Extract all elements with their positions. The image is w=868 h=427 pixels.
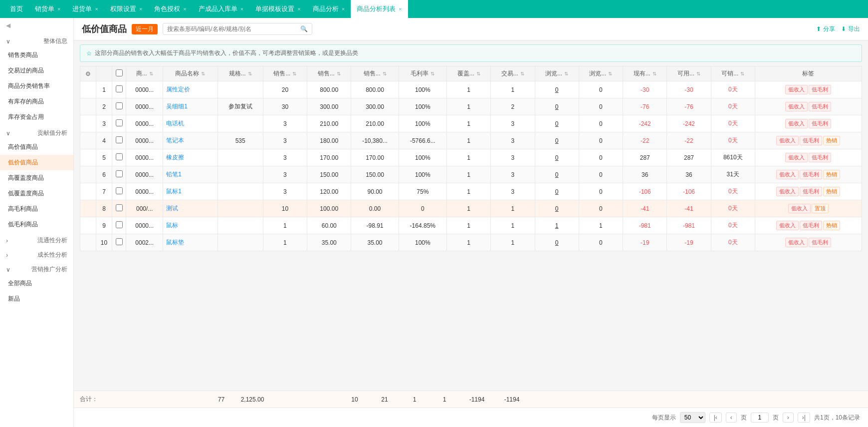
views1-link[interactable]: 0 <box>555 137 559 144</box>
row-checkbox[interactable] <box>116 85 123 92</box>
th-coverage[interactable]: 覆盖...⇅ <box>446 66 490 81</box>
cell-views1[interactable]: 0 <box>535 98 579 115</box>
row-checkbox[interactable] <box>116 221 123 228</box>
cell-views1[interactable]: 0 <box>535 115 579 132</box>
cell-views1[interactable]: 0 <box>535 166 579 183</box>
close-icon[interactable]: × <box>57 6 60 12</box>
sidebar-item-商品分类销售率[interactable]: 商品分类销售率 <box>0 78 73 94</box>
share-button[interactable]: ⬆ 分享 <box>816 25 835 33</box>
th-code[interactable]: 商...⇅ <box>126 66 163 81</box>
sidebar-item-高毛利商品[interactable]: 高毛利商品 <box>0 201 73 217</box>
th-sales-amount[interactable]: 销售...⇅ <box>307 66 351 81</box>
last-page-button[interactable]: ›| <box>798 413 810 423</box>
sidebar-group-整体信息[interactable]: ∨整体信息 <box>0 33 73 47</box>
row-checkbox[interactable] <box>116 170 123 177</box>
cell-name[interactable]: 铅笔1 <box>163 166 217 183</box>
nav-item-商品分析列表[interactable]: 商品分析列表× <box>351 0 408 18</box>
prev-page-button[interactable]: ‹ <box>726 413 737 423</box>
views1-link[interactable]: 0 <box>555 154 559 161</box>
first-page-button[interactable]: |‹ <box>709 413 722 423</box>
sidebar-group-成长性分析[interactable]: ›成长性分析 <box>0 247 73 261</box>
sidebar-group-流通性分析[interactable]: ›流通性分析 <box>0 232 73 247</box>
views1-link[interactable]: 0 <box>555 86 559 93</box>
row-checkbox[interactable] <box>116 153 123 160</box>
row-checkbox[interactable] <box>116 187 123 194</box>
nav-item-权限设置[interactable]: 权限设置× <box>104 0 148 18</box>
search-input[interactable] <box>167 25 298 32</box>
cell-name[interactable]: 鼠标垫 <box>163 234 217 251</box>
close-icon[interactable]: × <box>297 6 300 12</box>
nav-item-商品分析[interactable]: 商品分析× <box>307 0 351 18</box>
select-all-checkbox[interactable] <box>116 69 123 76</box>
sidebar-group-营销推广分析[interactable]: ∨营销推广分析 <box>0 261 73 276</box>
cell-views1[interactable]: 0 <box>535 200 579 217</box>
sidebar-item-低覆盖度商品[interactable]: 低覆盖度商品 <box>0 186 73 201</box>
th-sales-qty[interactable]: 销售...⇅ <box>263 66 307 81</box>
sidebar-group-贡献值分析[interactable]: ∨贡献值分析 <box>0 125 73 139</box>
sidebar-item-低价值商品[interactable]: 低价值商品 <box>0 155 73 170</box>
cell-views1[interactable]: 0 <box>535 183 579 200</box>
th-available-stock[interactable]: 可用...⇅ <box>667 66 711 81</box>
next-page-button[interactable]: › <box>783 413 794 423</box>
th-sales-avg[interactable]: 销售...⇅ <box>351 66 399 81</box>
cell-views1[interactable]: 0 <box>535 81 579 98</box>
sidebar-toggle[interactable]: ◀ <box>0 18 73 33</box>
th-settings[interactable]: ⚙ <box>80 66 96 81</box>
sidebar-item-全部商品[interactable]: 全部商品 <box>0 276 73 291</box>
filter-tag[interactable]: 近一月 <box>132 24 158 34</box>
close-icon[interactable]: × <box>139 6 142 12</box>
cell-views1[interactable]: 1 <box>535 217 579 234</box>
sidebar-item-有库存的商品[interactable]: 有库存的商品 <box>0 94 73 109</box>
sidebar-item-销售类商品[interactable]: 销售类商品 <box>0 47 73 63</box>
cell-name[interactable]: 电话机 <box>163 115 217 132</box>
th-current-stock[interactable]: 现有...⇅ <box>623 66 667 81</box>
sidebar-item-库存资金占用[interactable]: 库存资金占用 <box>0 109 73 125</box>
row-checkbox[interactable] <box>116 102 123 109</box>
per-page-select[interactable]: 50 100 <box>680 412 705 423</box>
nav-item-角色授权[interactable]: 角色授权× <box>148 0 192 18</box>
th-name[interactable]: 商品名称⇅ <box>163 66 217 81</box>
views1-link[interactable]: 0 <box>555 103 559 110</box>
sidebar-item-高覆盖度商品[interactable]: 高覆盖度商品 <box>0 170 73 186</box>
close-icon[interactable]: × <box>399 6 402 12</box>
cell-name[interactable]: 测试 <box>163 200 217 217</box>
sidebar-item-高价值商品[interactable]: 高价值商品 <box>0 139 73 155</box>
close-icon[interactable]: × <box>240 6 243 12</box>
th-sellable-stock[interactable]: 可销...⇅ <box>711 66 755 81</box>
close-icon[interactable]: × <box>95 6 98 12</box>
views1-link[interactable]: 1 <box>555 222 559 229</box>
cell-name[interactable]: 橡皮擦 <box>163 149 217 166</box>
page-input[interactable] <box>751 413 769 423</box>
th-spec[interactable]: 规格...⇅ <box>217 66 263 81</box>
nav-item-销货单[interactable]: 销货单× <box>29 0 66 18</box>
th-gross-rate[interactable]: 毛利率⇅ <box>399 66 446 81</box>
th-views2[interactable]: 浏览...⇅ <box>579 66 623 81</box>
nav-item-首页[interactable]: 首页 <box>4 0 29 18</box>
nav-item-进货单[interactable]: 进货单× <box>66 0 104 18</box>
settings-icon[interactable]: ⚙ <box>85 70 91 77</box>
sidebar-item-交易过的商品[interactable]: 交易过的商品 <box>0 63 73 78</box>
row-checkbox[interactable] <box>116 119 123 126</box>
row-checkbox[interactable] <box>116 204 123 211</box>
cell-name[interactable]: 鼠标 <box>163 217 217 234</box>
nav-item-单据模板设置[interactable]: 单据模板设置× <box>249 0 306 18</box>
cell-name[interactable]: 笔记本 <box>163 132 217 149</box>
views1-link[interactable]: 0 <box>555 239 559 246</box>
views1-link[interactable]: 0 <box>555 171 559 178</box>
cell-name[interactable]: 属性定价 <box>163 81 217 98</box>
search-icon[interactable]: 🔍 <box>300 25 308 32</box>
views1-link[interactable]: 0 <box>555 188 559 195</box>
cell-views1[interactable]: 0 <box>535 132 579 149</box>
export-button[interactable]: ⬇ 导出 <box>841 25 860 33</box>
views1-link[interactable]: 0 <box>555 205 559 212</box>
close-icon[interactable]: × <box>183 6 186 12</box>
sidebar-item-低毛利商品[interactable]: 低毛利商品 <box>0 217 73 232</box>
views1-link[interactable]: 0 <box>555 120 559 127</box>
cell-name[interactable]: 鼠标1 <box>163 183 217 200</box>
cell-name[interactable]: 吴细细1 <box>163 98 217 115</box>
nav-item-产成品入库单[interactable]: 产成品入库单× <box>193 0 249 18</box>
th-views1[interactable]: 浏览...⇅ <box>535 66 579 81</box>
row-checkbox[interactable] <box>116 238 123 245</box>
close-icon[interactable]: × <box>342 6 345 12</box>
th-transactions[interactable]: 交易...⇅ <box>491 66 535 81</box>
